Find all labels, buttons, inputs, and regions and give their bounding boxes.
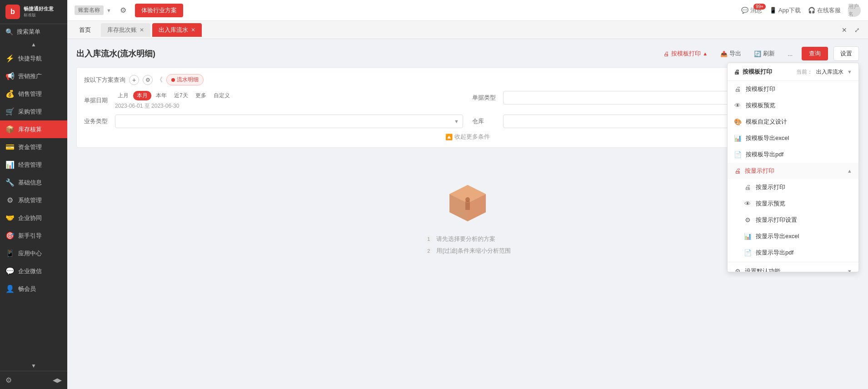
sidebar-collapse-icon[interactable]: ◀▶ [53,377,62,384]
display-excel-icon: 📊 [744,233,751,240]
sidebar-item-wechat[interactable]: 💬企业微信 [0,262,67,280]
sidebar-nav: ⚡快捷导航📢营销推广💰销售管理🛒采购管理📦库存核算💳资金管理📊经营管理🔧基础信息… [0,50,67,361]
window-maximize-btn[interactable]: ⤢ [852,25,863,35]
app-download-btn[interactable]: 📱 App下载 [769,6,801,15]
nav-icon-marketing: 📢 [5,72,15,80]
more-btn[interactable]: ... [784,49,796,59]
filter-biztype-item: 业务类型 ▼ [84,115,463,128]
sidebar-item-sales[interactable]: 💰销售管理 [0,85,67,103]
nav-icon-apps: 📱 [5,249,15,258]
sidebar-item-inventory[interactable]: 📦库存核算 [0,120,67,138]
dropdown-title: 🖨 按模板打印 [734,68,772,76]
date-tab-last-month[interactable]: 上月 [115,91,131,100]
app-logo-text: 畅捷通好生意 标准版 [24,5,54,18]
nav-icon-collab: 🤝 [5,214,15,222]
display-settings-icon: ⚙ [744,216,751,224]
nav-label-system: 系统管理 [18,196,42,204]
tab-batch[interactable]: 库存批次账 ✕ [101,23,150,37]
filter-collapse-btn[interactable]: 《 [156,76,163,84]
sidebar-item-operations[interactable]: 📊经营管理 [0,156,67,174]
set-default-arrow: ▼ [847,269,852,272]
content-wrapper: 出入库流水(流水明细) 🖨 按模板打印 ▲ 📤 导出 🔄 刷新 [67,39,868,389]
dropdown-item-template-print[interactable]: 🖨 按模板打印 [728,81,858,97]
svg-point-5 [465,197,470,202]
dropdown-item-display-pdf[interactable]: 📄 按显示导出pdf [728,244,858,261]
account-name: 账套名称 [75,5,104,15]
service-icon: 🎧 [808,7,815,14]
nav-label-apps: 应用中心 [18,249,42,258]
filter-add-btn[interactable]: + [129,75,139,85]
query-btn[interactable]: 查询 [802,47,828,60]
display-print-section-icon: 🖨 [734,167,741,175]
dropdown-item-display-print[interactable]: 🖨 按显示打印 [728,179,858,195]
window-close-btn[interactable]: ✕ [839,25,850,35]
template-design-icon: 🎨 [734,118,741,125]
display-print-icon: 🖨 [744,184,751,191]
dropdown-item-template-excel[interactable]: 📊 按模板导出excel [728,130,858,146]
online-service-btn[interactable]: 🎧 在线客服 [808,6,841,15]
print-template-btn[interactable]: 🖨 按模板打印 ▲ [660,48,711,60]
tab-flow-close[interactable]: ✕ [191,27,195,33]
topbar-settings-btn[interactable]: ⚙ [117,4,130,17]
filter-biztype-select[interactable]: ▼ [115,115,463,128]
tab-flow[interactable]: 出入库流水 ✕ [152,23,202,37]
sidebar-item-system[interactable]: ⚙系统管理 [0,191,67,209]
dropdown-item-display-settings[interactable]: ⚙ 按显示打印设置 [728,212,858,228]
dropdown-item-template-design[interactable]: 🎨 模板自定义设计 [728,114,858,130]
display-section-arrow[interactable]: ▲ [847,168,852,174]
filter-date-range: 2023-06-01 至 2023-06-30 [115,102,233,110]
date-tab-custom[interactable]: 自定义 [211,91,233,100]
dropdown-item-display-excel[interactable]: 📊 按显示导出excel [728,228,858,244]
nav-icon-system: ⚙ [5,196,15,204]
sidebar-scroll-up[interactable]: ▲ [0,40,67,50]
filter-date-tabs: 上月 本月 本年 近7天 更多 自定义 [115,91,233,100]
message-badge: 99+ [753,4,766,10]
sidebar-logo: b 畅捷通好生意 标准版 [0,0,67,24]
sidebar-item-guide[interactable]: 🎯新手引导 [0,227,67,244]
sidebar-item-purchase[interactable]: 🛒采购管理 [0,103,67,120]
filter-settings-btn[interactable]: ⚙ [143,75,153,85]
account-selector[interactable]: 账套名称 ▼ [75,5,111,15]
template-print-icon: 🖨 [734,85,741,93]
message-btn[interactable]: 💬 消息 99+ [741,6,762,15]
sidebar-item-shortcut[interactable]: ⚡快捷导航 [0,50,67,67]
nav-icon-purchase: 🛒 [5,107,15,116]
filter-date-label: 单据日期 [84,96,111,105]
trial-btn[interactable]: 体验行业方案 [135,4,183,17]
collapse-more-btn[interactable]: 🔼 收起更多条件 [445,133,490,141]
dropdown-item-display-preview[interactable]: 👁 按显示预览 [728,195,858,212]
tab-home[interactable]: 首页 [73,23,97,37]
export-btn[interactable]: 📤 导出 [717,48,745,60]
dropdown-item-template-preview[interactable]: 👁 按模板预览 [728,97,858,114]
search-menu-item[interactable]: 🔍 搜索菜单 [0,24,67,40]
filter-biztype-arrow: ▼ [454,119,459,124]
dropdown-section-display-print[interactable]: 🖨 按显示打印 ▲ [728,163,858,179]
nav-icon-finance: 💳 [5,143,15,151]
dropdown-header-arrow[interactable]: ▼ [847,69,852,75]
date-tab-this-year[interactable]: 本年 [153,91,170,100]
sidebar-item-member[interactable]: 👤畅会员 [0,280,67,298]
dropdown-item-template-pdf[interactable]: 📄 按模板导出pdf [728,146,858,163]
dropdown-item-set-default[interactable]: ⚙ 设置默认功能 ▼ [728,263,858,272]
date-tab-7days[interactable]: 近7天 [171,91,191,100]
sidebar-item-marketing[interactable]: 📢营销推广 [0,67,67,85]
sidebar-item-collab[interactable]: 🤝企业协同 [0,209,67,227]
tab-batch-close[interactable]: ✕ [140,27,144,33]
print-dropdown-arrow[interactable]: ▲ [703,51,708,56]
filter-tag-flow[interactable]: 流水明细 [166,74,204,85]
sidebar-settings-icon[interactable]: ⚙ [5,376,12,384]
export-icon: 📤 [720,50,728,57]
settings-btn[interactable]: 设置 [833,46,859,61]
page-inner: 出入库流水(流水明细) 🖨 按模板打印 ▲ 📤 导出 🔄 刷新 [67,39,868,289]
sidebar-scroll-down[interactable]: ▼ [0,361,67,371]
filter-title: 按以下方案查询 [84,76,125,84]
tabbar-right: ✕ ⤢ [839,25,863,35]
sidebar-item-basic[interactable]: 🔧基础信息 [0,174,67,191]
filter-tag-label: 流水明细 [177,76,199,84]
refresh-btn[interactable]: 🔄 刷新 [750,48,778,60]
date-tab-this-month[interactable]: 本月 [133,91,151,100]
user-avatar[interactable]: 用户名 [848,4,861,17]
date-tab-more[interactable]: 更多 [193,91,209,100]
sidebar-item-finance[interactable]: 💳资金管理 [0,138,67,156]
sidebar-item-apps[interactable]: 📱应用中心 [0,244,67,262]
